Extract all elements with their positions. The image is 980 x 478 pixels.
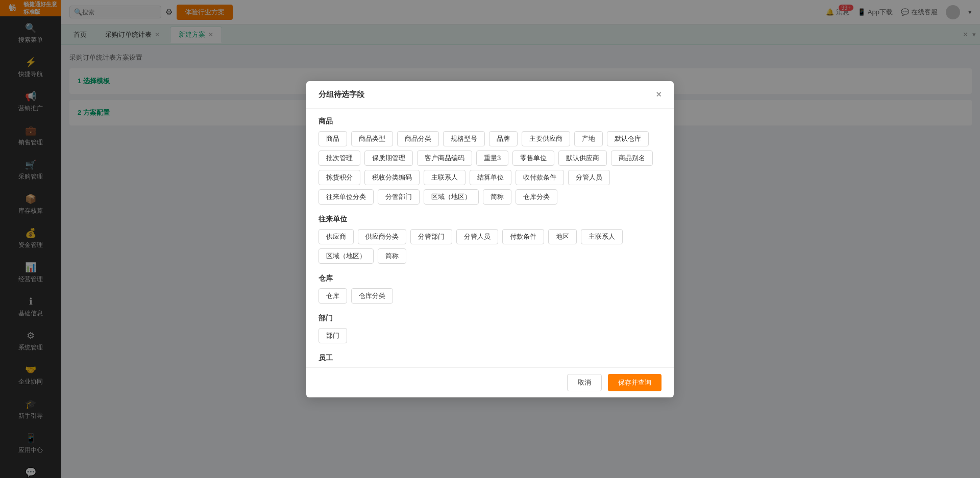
field-tag-0-8[interactable]: 批次管理 bbox=[318, 150, 360, 166]
field-tag-0-16[interactable]: 税收分类编码 bbox=[364, 170, 420, 185]
field-tag-0-7[interactable]: 默认仓库 bbox=[607, 131, 649, 146]
field-tag-0-4[interactable]: 品牌 bbox=[489, 131, 518, 146]
field-tag-0-18[interactable]: 结算单位 bbox=[470, 170, 511, 185]
field-tag-0-3[interactable]: 规格型号 bbox=[443, 131, 485, 146]
field-tag-1-2[interactable]: 分管部门 bbox=[410, 229, 452, 244]
field-tag-0-12[interactable]: 零售单位 bbox=[512, 150, 554, 166]
field-tag-1-4[interactable]: 付款条件 bbox=[502, 229, 544, 244]
cancel-button[interactable]: 取消 bbox=[567, 374, 602, 391]
field-tag-0-11[interactable]: 重量3 bbox=[476, 150, 508, 166]
field-tags-1: 供应商供应商分类分管部门分管人员付款条件地区主联系人区域（地区）简称 bbox=[318, 229, 662, 264]
field-tag-1-0[interactable]: 供应商 bbox=[318, 229, 354, 244]
field-tags-3: 部门 bbox=[318, 328, 662, 343]
section-title-0: 商品 bbox=[318, 117, 662, 126]
field-tag-0-5[interactable]: 主要供应商 bbox=[522, 131, 570, 146]
field-tag-0-20[interactable]: 分管人员 bbox=[568, 170, 610, 185]
field-tag-0-24[interactable]: 简称 bbox=[483, 189, 511, 205]
field-tag-0-10[interactable]: 客户商品编码 bbox=[417, 150, 472, 166]
field-tag-1-1[interactable]: 供应商分类 bbox=[358, 229, 406, 244]
field-tag-0-21[interactable]: 往来单位分类 bbox=[318, 189, 374, 205]
section-title-3: 部门 bbox=[318, 314, 662, 323]
field-tag-1-6[interactable]: 主联系人 bbox=[581, 229, 623, 244]
field-tag-1-3[interactable]: 分管人员 bbox=[456, 229, 498, 244]
field-tag-0-6[interactable]: 产地 bbox=[574, 131, 603, 146]
field-tag-0-15[interactable]: 拣货积分 bbox=[318, 170, 360, 185]
field-tags-0: 商品商品类型商品分类规格型号品牌主要供应商产地默认仓库批次管理保质期管理客户商品… bbox=[318, 131, 662, 205]
field-tag-2-0[interactable]: 仓库 bbox=[318, 288, 347, 304]
modal-overlay: 分组待选字段 × 商品商品商品类型商品分类规格型号品牌主要供应商产地默认仓库批次… bbox=[0, 0, 980, 478]
field-tag-0-23[interactable]: 区域（地区） bbox=[424, 189, 479, 205]
field-tag-0-9[interactable]: 保质期管理 bbox=[364, 150, 413, 166]
field-tag-1-5[interactable]: 地区 bbox=[548, 229, 577, 244]
field-tag-0-19[interactable]: 收付款条件 bbox=[516, 170, 564, 185]
field-section-3: 部门部门 bbox=[318, 314, 662, 343]
field-tag-1-7[interactable]: 区域（地区） bbox=[318, 248, 374, 264]
section-title-1: 往来单位 bbox=[318, 215, 662, 224]
field-tag-0-25[interactable]: 仓库分类 bbox=[516, 189, 557, 205]
modal-title: 分组待选字段 bbox=[318, 90, 364, 99]
field-tag-3-0[interactable]: 部门 bbox=[318, 328, 347, 343]
modal-header: 分组待选字段 × bbox=[306, 81, 674, 109]
field-tag-1-8[interactable]: 简称 bbox=[378, 248, 406, 264]
field-tag-0-13[interactable]: 默认供应商 bbox=[558, 150, 607, 166]
modal-body: 商品商品商品类型商品分类规格型号品牌主要供应商产地默认仓库批次管理保质期管理客户… bbox=[306, 109, 674, 367]
field-tag-0-22[interactable]: 分管部门 bbox=[378, 189, 420, 205]
section-title-4: 员工 bbox=[318, 354, 662, 363]
field-tag-0-14[interactable]: 商品别名 bbox=[611, 150, 653, 166]
modal: 分组待选字段 × 商品商品商品类型商品分类规格型号品牌主要供应商产地默认仓库批次… bbox=[306, 81, 674, 397]
field-tag-0-2[interactable]: 商品分类 bbox=[397, 131, 439, 146]
field-tag-0-1[interactable]: 商品类型 bbox=[351, 131, 393, 146]
field-tag-0-17[interactable]: 主联系人 bbox=[424, 170, 465, 185]
field-section-4: 员工业务员 bbox=[318, 354, 662, 367]
field-tags-2: 仓库仓库分类 bbox=[318, 288, 662, 304]
field-section-2: 仓库仓库仓库分类 bbox=[318, 274, 662, 304]
field-section-1: 往来单位供应商供应商分类分管部门分管人员付款条件地区主联系人区域（地区）简称 bbox=[318, 215, 662, 264]
confirm-button[interactable]: 保存并查询 bbox=[608, 374, 662, 391]
modal-close-btn[interactable]: × bbox=[656, 89, 662, 100]
modal-footer: 取消 保存并查询 bbox=[306, 367, 674, 397]
section-title-2: 仓库 bbox=[318, 274, 662, 283]
field-tag-0-0[interactable]: 商品 bbox=[318, 131, 347, 146]
field-section-0: 商品商品商品类型商品分类规格型号品牌主要供应商产地默认仓库批次管理保质期管理客户… bbox=[318, 117, 662, 205]
field-tag-2-1[interactable]: 仓库分类 bbox=[351, 288, 393, 304]
